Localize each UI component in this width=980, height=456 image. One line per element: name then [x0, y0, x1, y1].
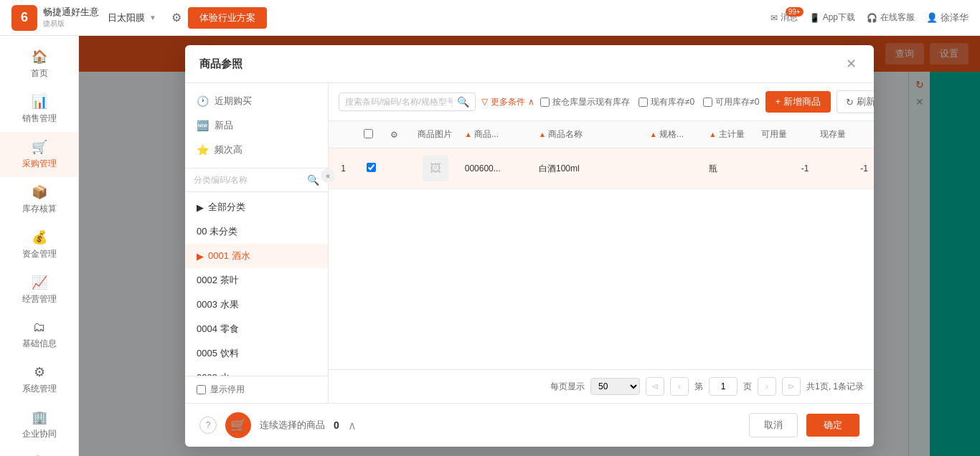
search-icon[interactable]: 🔍 — [457, 96, 469, 108]
page-info: 共1页, 1条记录 — [806, 381, 864, 393]
sidebar-item-enterprise[interactable]: 🏢企业协同 — [0, 402, 78, 447]
checkbox-avail-ne0[interactable]: 可用库存≠0 — [703, 96, 759, 108]
add-product-button[interactable]: + 新增商品 — [765, 91, 831, 113]
category-item-0008[interactable]: 0008 水 — [185, 366, 328, 376]
row-code: 000600... — [459, 148, 533, 189]
footer-collapse-icon[interactable]: ∧ — [348, 419, 357, 432]
filter-button[interactable]: ▽ 更多条件 ∧ — [481, 96, 534, 108]
search-input[interactable] — [345, 97, 453, 107]
sort-name-icon[interactable]: ▲ — [539, 130, 546, 138]
top-nav: 6 畅捷通好生意 捷易版 日太阳膜 ▼ ⚙ 体验行业方案 ✉ 消息 99+ 📱 … — [0, 0, 980, 36]
confirm-button[interactable]: 确定 — [806, 414, 859, 437]
finance-icon: 💰 — [32, 229, 47, 245]
cart-button[interactable]: 🛒 — [225, 412, 251, 438]
user-menu[interactable]: 👤 徐泽华 — [926, 11, 969, 24]
new-products-tab[interactable]: 🆕 新品 — [185, 113, 328, 138]
checkbox-warehouse-input[interactable] — [540, 98, 550, 107]
modal-close-button[interactable]: ✕ — [842, 55, 859, 72]
page-number-input[interactable] — [709, 377, 738, 396]
category-item-0003[interactable]: 0003 水果 — [185, 293, 328, 317]
col-unit-header: ▲ 主计量 — [703, 121, 755, 148]
online-service-label: 在线客服 — [880, 11, 915, 24]
col-stock-header: 现存量 — [814, 121, 874, 148]
sidebar-item-finance[interactable]: 💰资金管理 — [0, 222, 78, 267]
row-stock: -1 — [814, 148, 874, 189]
show-disabled-label: 显示停用 — [210, 384, 245, 396]
chevron-down-icon: ▼ — [149, 14, 156, 22]
sort-spec-icon[interactable]: ▲ — [650, 130, 657, 138]
sidebar-item-operations[interactable]: 📈经营管理 — [0, 267, 78, 313]
first-page-button[interactable]: ⊲ — [646, 377, 664, 396]
refresh-label: 刷新 — [857, 95, 874, 108]
message-badge: 99+ — [786, 7, 804, 16]
col-code-header: ▲ 商品... — [459, 121, 533, 148]
sidebar-item-inventory[interactable]: 📦库存核算 — [0, 177, 78, 222]
messages-button[interactable]: ✉ 消息 99+ — [771, 11, 798, 24]
logo-text: 畅捷通好生意 — [43, 6, 99, 19]
sidebar-item-sales[interactable]: 📊销售管理 — [0, 87, 78, 132]
sidebar-item-basic[interactable]: 🗂基础信息 — [0, 313, 78, 357]
help-button[interactable]: ? — [199, 417, 217, 434]
checkbox-warehouse[interactable]: 按仓库显示现有库存 — [540, 96, 630, 108]
sidebar-item-purchase[interactable]: 🛒采购管理 — [0, 132, 78, 177]
category-item-00[interactable]: 00 未分类 — [185, 219, 328, 244]
table-body: 1 🖼 000600... 白酒100ml 瓶 -1 -1 — [329, 148, 874, 189]
settings-icon[interactable]: ⚙ — [390, 130, 398, 140]
frequent-tab[interactable]: ⭐ 频次高 — [185, 138, 328, 162]
prev-page-button[interactable]: ‹ — [670, 377, 689, 396]
headset-icon: 🎧 — [867, 13, 877, 23]
app-download-label: App下载 — [823, 11, 855, 24]
collapse-button[interactable]: « — [321, 168, 335, 183]
table-header-row: ⚙ 商品图片 ▲ 商品... ▲ 商品名称 — [329, 121, 874, 148]
sidebar-label-system: 系统管理 — [22, 383, 57, 395]
select-all-checkbox[interactable] — [364, 129, 373, 138]
category-search-icon[interactable]: 🔍 — [307, 174, 319, 186]
category-item-0004[interactable]: 0004 零食 — [185, 317, 328, 341]
category-item-0005[interactable]: 0005 饮料 — [185, 341, 328, 366]
show-disabled-area: 显示停用 — [185, 376, 328, 403]
basic-icon: 🗂 — [33, 320, 46, 335]
sort-icon[interactable]: ▲ — [465, 130, 472, 138]
table-row[interactable]: 1 🖼 000600... 白酒100ml 瓶 -1 -1 — [329, 148, 874, 189]
category-search-input[interactable] — [194, 175, 303, 185]
online-service-button[interactable]: 🎧 在线客服 — [867, 11, 915, 24]
checkbox-stock-ne0-input[interactable] — [639, 98, 648, 107]
store-selector[interactable]: 日太阳膜 ▼ — [99, 11, 165, 24]
category-item-0002[interactable]: 0002 茶叶 — [185, 268, 328, 293]
checkbox-stock-ne0[interactable]: 现有库存≠0 — [639, 96, 694, 108]
refresh-button[interactable]: ↻ 刷新 — [837, 90, 874, 113]
category-item-all[interactable]: ▶全部分类 — [185, 195, 328, 219]
sidebar-item-guide[interactable]: 📚新手引导 — [0, 447, 78, 456]
category-list: ▶全部分类00 未分类▶0001 酒水0002 茶叶0003 水果0004 零食… — [185, 192, 328, 376]
sidebar-item-system[interactable]: ⚙系统管理 — [0, 357, 78, 402]
cancel-button[interactable]: 取消 — [749, 413, 798, 437]
col-spec-header: ▲ 规格... — [644, 121, 704, 148]
last-page-button[interactable]: ⊳ — [782, 377, 801, 396]
product-table: ⚙ 商品图片 ▲ 商品... ▲ 商品名称 — [329, 121, 874, 189]
main-layout: 🏠首页📊销售管理🛒采购管理📦库存核算💰资金管理📈经营管理🗂基础信息⚙系统管理🏢企… — [0, 36, 980, 456]
next-page-button[interactable]: › — [758, 377, 776, 396]
row-spec — [644, 148, 704, 189]
sidebar-label-basic: 基础信息 — [22, 338, 57, 350]
row-checkbox[interactable] — [367, 163, 376, 172]
recent-tab[interactable]: 🕐 近期购买 — [185, 89, 328, 113]
checkbox-avail-ne0-input[interactable] — [703, 98, 712, 107]
app-download-button[interactable]: 📱 App下载 — [809, 11, 855, 24]
settings-icon[interactable]: ⚙ — [165, 6, 188, 29]
new-icon: 🆕 — [197, 120, 209, 131]
operations-icon: 📈 — [32, 275, 47, 290]
modal-header: 商品参照 ✕ — [185, 45, 874, 83]
sidebar-label-finance: 资金管理 — [22, 248, 57, 260]
per-page-select[interactable]: 50 100 200 — [590, 378, 640, 395]
show-disabled-checkbox[interactable] — [197, 385, 206, 394]
category-item-0001[interactable]: ▶0001 酒水 — [185, 244, 328, 268]
experience-button[interactable]: 体验行业方案 — [188, 7, 267, 29]
sidebar-item-home[interactable]: 🏠首页 — [0, 42, 78, 87]
page-label: 第 — [694, 381, 703, 393]
content-area: 查询 设置 ↻ ✕ 商品参照 ✕ — [79, 36, 980, 456]
sort-unit-icon[interactable]: ▲ — [709, 130, 716, 138]
phone-icon: 📱 — [809, 13, 820, 23]
sidebar-label-sales: 销售管理 — [22, 113, 57, 125]
message-icon: ✉ — [771, 13, 778, 23]
page-unit: 页 — [743, 381, 752, 393]
